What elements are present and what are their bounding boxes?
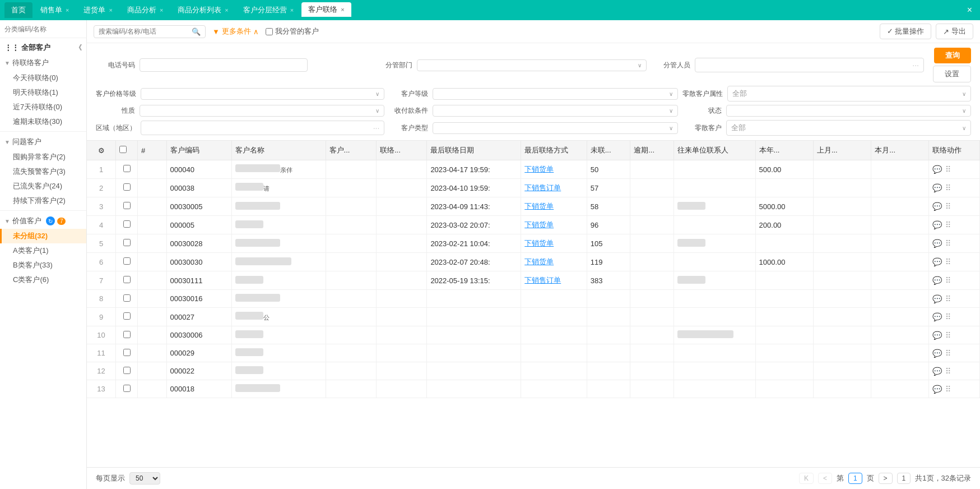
th-thisyear[interactable]: 本年...: [755, 141, 813, 160]
sidebar-item-week[interactable]: 近7天待联络(0): [0, 100, 86, 114]
sidebar-search-input[interactable]: [4, 25, 87, 33]
filter-search-input[interactable]: [99, 27, 189, 35]
filter-search-box[interactable]: 🔍: [94, 25, 206, 38]
query-button[interactable]: 查询: [934, 48, 971, 63]
th-overdue[interactable]: 逾期...: [630, 141, 674, 160]
row-check[interactable]: [116, 344, 138, 362]
person-more-icon[interactable]: ···: [912, 61, 919, 70]
customer-contact-tab-close[interactable]: ×: [341, 6, 344, 13]
sidebar-item-abnormal[interactable]: 囤购异常客户(2): [0, 150, 86, 164]
th-checkbox[interactable]: [116, 141, 138, 160]
th-last-date[interactable]: 最后联络日期: [427, 141, 521, 160]
th-last-way[interactable]: 最后联络方式: [521, 141, 587, 160]
row-check[interactable]: [116, 308, 138, 326]
customer-level-select[interactable]: ∨: [433, 88, 677, 100]
product-analysis-list-tab-close[interactable]: ×: [225, 7, 228, 13]
th-settings[interactable]: ⚙: [87, 141, 116, 160]
tab-sales[interactable]: 销售单 ×: [34, 2, 76, 18]
chat-icon[interactable]: 💬: [932, 239, 942, 248]
area-select[interactable]: ···: [141, 121, 384, 135]
row-check[interactable]: [116, 362, 138, 380]
price-level-select[interactable]: ∨: [141, 88, 384, 100]
tab-product-analysis-list[interactable]: 商品分析列表 ×: [171, 2, 235, 18]
more-icon[interactable]: ⠿: [945, 257, 951, 266]
page-first-button[interactable]: K: [799, 473, 814, 484]
row-check[interactable]: [116, 253, 138, 271]
person-select[interactable]: ···: [695, 58, 924, 72]
purchase-tab-close[interactable]: ×: [109, 7, 112, 13]
sidebar-item-overdue[interactable]: 逾期未联络(30): [0, 114, 86, 129]
more-icon[interactable]: ⠿: [945, 312, 951, 321]
row-check[interactable]: [116, 160, 138, 179]
tab-customer-segment[interactable]: 客户分层经营 ×: [236, 2, 300, 18]
more-icon[interactable]: ⠿: [945, 165, 951, 174]
chat-icon[interactable]: 💬: [932, 331, 942, 340]
chat-icon[interactable]: 💬: [932, 349, 942, 358]
chat-icon[interactable]: 💬: [932, 257, 942, 266]
more-icon[interactable]: ⠿: [945, 385, 951, 394]
tab-purchase[interactable]: 进货单 ×: [77, 2, 119, 18]
chat-icon[interactable]: 💬: [932, 202, 942, 211]
sidebar-item-today[interactable]: 今天待联络(0): [0, 71, 86, 85]
zero-attr-select[interactable]: 全部 ∨: [727, 86, 971, 102]
more-icon[interactable]: ⠿: [945, 294, 951, 303]
row-last-way[interactable]: 下销货单: [521, 216, 587, 234]
sidebar-all-customers-header[interactable]: ⋮⋮ 全部客户 《: [0, 38, 86, 55]
th-contacts[interactable]: 往来单位联系人: [674, 141, 755, 160]
zero-customer-select[interactable]: 全部 ∨: [726, 120, 971, 136]
customer-segment-tab-close[interactable]: ×: [290, 7, 294, 13]
batch-operation-button[interactable]: ✓ 批量操作: [880, 24, 931, 39]
chat-icon[interactable]: 💬: [932, 276, 942, 285]
row-check[interactable]: [116, 271, 138, 290]
customer-type-select[interactable]: ∨: [433, 122, 677, 134]
filter-search-icon[interactable]: 🔍: [192, 27, 201, 36]
filter-more-conditions[interactable]: ▼ 更多条件 ∧: [212, 26, 259, 36]
chat-icon[interactable]: 💬: [932, 220, 942, 229]
chat-icon[interactable]: 💬: [932, 183, 942, 192]
row-check[interactable]: [116, 179, 138, 197]
more-icon[interactable]: ⠿: [945, 220, 951, 229]
more-icon[interactable]: ⠿: [945, 276, 951, 285]
row-last-way[interactable]: 下销货单: [521, 160, 587, 179]
th-thismonth[interactable]: 本月...: [871, 141, 929, 160]
sidebar-item-class-a[interactable]: A类客户(1): [0, 243, 86, 258]
more-icon[interactable]: ⠿: [945, 367, 951, 376]
product-analysis-tab-close[interactable]: ×: [160, 7, 163, 13]
more-icon[interactable]: ⠿: [945, 202, 951, 211]
th-lastmonth[interactable]: 上月...: [813, 141, 871, 160]
sidebar-group-pending[interactable]: ▼ 待联络客户: [0, 55, 86, 71]
tab-home[interactable]: 首页: [4, 2, 32, 18]
window-close-button[interactable]: ×: [964, 4, 976, 16]
sidebar-item-class-b[interactable]: B类客户(33): [0, 258, 86, 273]
row-check[interactable]: [116, 290, 138, 308]
page-last-button[interactable]: 1: [897, 473, 911, 484]
payment-select[interactable]: ∨: [433, 105, 677, 117]
sidebar-collapse-icon[interactable]: 《: [75, 43, 82, 53]
row-check[interactable]: [116, 197, 138, 216]
my-customers-checkbox[interactable]: 我分管的客户: [266, 26, 319, 36]
row-last-way[interactable]: 下销货单: [521, 253, 587, 271]
sidebar-item-declining[interactable]: 持续下滑客户(2): [0, 193, 86, 208]
gender-select[interactable]: ∨: [140, 105, 384, 117]
sales-tab-close[interactable]: ×: [66, 7, 69, 13]
export-button[interactable]: ↗ 导出: [936, 24, 973, 39]
row-check[interactable]: [116, 234, 138, 253]
chat-icon[interactable]: 💬: [932, 312, 942, 321]
row-last-way[interactable]: 下销货单: [521, 197, 587, 216]
tab-product-analysis[interactable]: 商品分析 ×: [120, 2, 170, 18]
reset-button[interactable]: 设置: [933, 66, 971, 82]
row-last-way[interactable]: 下销货单: [521, 234, 587, 253]
status-select[interactable]: ∨: [726, 105, 971, 117]
settings-icon[interactable]: ⚙: [98, 146, 105, 155]
sidebar-item-tomorrow[interactable]: 明天待联络(1): [0, 85, 86, 100]
chat-icon[interactable]: 💬: [932, 385, 942, 394]
value-group-refresh-icon[interactable]: ↻: [46, 216, 55, 225]
row-check[interactable]: [116, 380, 138, 398]
select-all-checkbox[interactable]: [119, 146, 127, 153]
dept-select[interactable]: ∨: [417, 59, 646, 71]
more-icon[interactable]: ⠿: [945, 183, 951, 192]
per-page-select[interactable]: 50 100 200: [129, 472, 160, 485]
th-name[interactable]: 客户名称: [231, 141, 326, 160]
sidebar-item-churned[interactable]: 已流失客户(24): [0, 179, 86, 193]
th-type[interactable]: 客户...: [326, 141, 376, 160]
